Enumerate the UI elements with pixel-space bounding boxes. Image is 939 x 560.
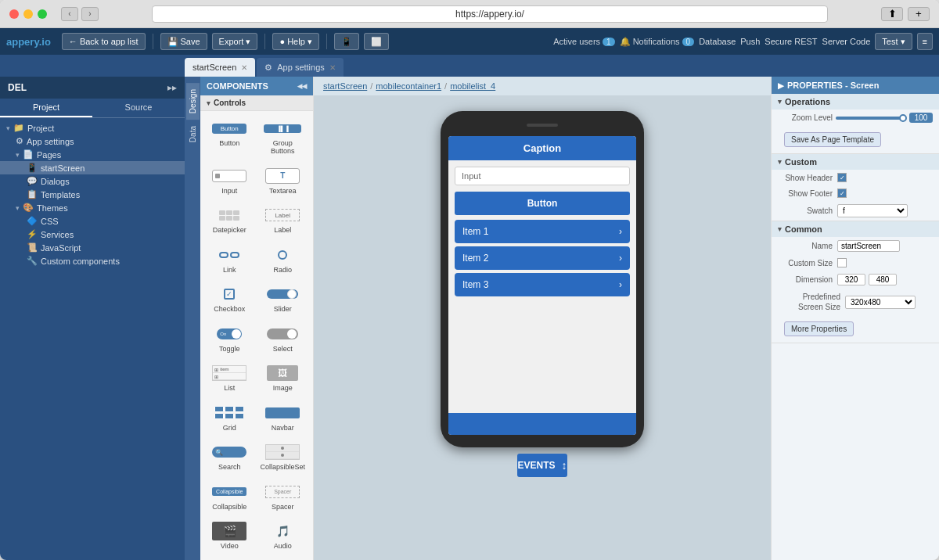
test-button[interactable]: Test ▾ — [875, 33, 912, 50]
tab-app-settings[interactable]: ⚙ App settings ✕ — [257, 58, 344, 77]
tree-arrow-themes: ▾ — [16, 204, 20, 212]
tablet-view-button[interactable]: ⬜ — [364, 33, 389, 50]
comp-video-visual: 🎬 — [210, 522, 248, 540]
image-icon: 🖼 — [278, 368, 287, 379]
sidebar-tab-source[interactable]: Source — [92, 99, 185, 117]
breadcrumb-container[interactable]: mobilecontainer1 — [376, 81, 441, 91]
comp-toggle-visual: On — [210, 325, 248, 343]
comp-grid-item[interactable]: Grid — [205, 400, 254, 437]
comp-checkbox-item[interactable]: ✓ Checkbox — [205, 282, 254, 318]
comp-collapsible-item[interactable]: Collapsible Collapsible — [205, 479, 254, 516]
dimension-height-input[interactable] — [869, 274, 897, 285]
phone-speaker — [527, 124, 558, 127]
close-button[interactable] — [9, 9, 19, 19]
events-bar[interactable]: EVENTS ↕ — [517, 454, 567, 477]
comp-radio-item[interactable]: Radio — [257, 242, 308, 279]
phone-button[interactable]: Button — [455, 192, 630, 215]
breadcrumb-start-screen[interactable]: startScreen — [323, 81, 367, 91]
url-bar[interactable]: https://appery.io/ — [152, 5, 828, 23]
predefined-screen-select[interactable]: 320x480 — [845, 296, 916, 309]
phone-list-item-3[interactable]: Item 3 › — [455, 273, 630, 296]
phone-list-item-1[interactable]: Item 1 › — [455, 220, 630, 243]
custom-size-checkbox[interactable] — [837, 258, 847, 267]
custom-label: Custom — [785, 157, 817, 167]
tree-item-services[interactable]: ⚡ Services — [0, 228, 185, 241]
common-section-header[interactable]: ▾ Common — [772, 221, 939, 237]
mobile-view-button[interactable]: 📱 — [334, 33, 359, 50]
design-tab[interactable]: Design — [186, 83, 200, 120]
tab-settings-close[interactable]: ✕ — [329, 63, 336, 72]
comp-spacer-item[interactable]: Spacer Spacer — [257, 479, 308, 516]
name-input[interactable] — [837, 240, 900, 252]
menu-button[interactable]: ≡ — [917, 33, 933, 50]
comp-group-buttons-item[interactable]: ▐▌▐ Group Buttons — [257, 116, 308, 160]
sidebar-title: DEL — [8, 82, 167, 93]
tab-start-close[interactable]: ✕ — [241, 63, 247, 72]
tree-item-javascript[interactable]: 📜 JavaScript — [0, 241, 185, 254]
sidebar-collapse-button[interactable]: ▸▸ — [167, 82, 177, 93]
comp-input-item[interactable]: Input — [205, 163, 254, 200]
show-header-checkbox[interactable]: ✓ — [837, 173, 847, 182]
comp-video-item[interactable]: 🎬 Video — [205, 519, 254, 555]
comp-audio-item[interactable]: 🎵 Audio — [257, 519, 308, 555]
custom-section-header[interactable]: ▾ Custom — [772, 154, 939, 170]
push-link[interactable]: Push — [740, 37, 760, 46]
save-as-template-button[interactable]: Save As Page Template — [784, 132, 881, 147]
dimension-width-input[interactable] — [837, 274, 865, 285]
more-properties-button[interactable]: More Properties — [784, 321, 854, 336]
comp-toggle-item[interactable]: On Toggle — [205, 321, 254, 358]
help-button[interactable]: ● Help ▾ — [272, 33, 318, 50]
controls-section-header[interactable]: ▾ Controls — [200, 95, 313, 111]
comp-datepicker-item[interactable]: Datepicker — [205, 203, 254, 239]
comp-slider-item[interactable]: Slider — [257, 282, 308, 318]
comp-search-item[interactable]: 🔍 Search — [205, 440, 254, 476]
database-link[interactable]: Database — [699, 37, 736, 46]
comp-collapsible-set-item[interactable]: CollapsibleSet — [257, 440, 308, 476]
tree-item-templates[interactable]: 📋 Templates — [0, 188, 185, 201]
predefined-label: Predefined Screen Size — [778, 292, 840, 312]
comp-image-item[interactable]: 🖼 Image — [257, 361, 308, 397]
components-collapse-button[interactable]: ◂◂ — [297, 81, 307, 92]
share-button[interactable]: ⬆ — [881, 7, 903, 21]
secure-rest-link[interactable]: Secure REST — [765, 37, 817, 46]
phone-list-item-2[interactable]: Item 2 › — [455, 246, 630, 270]
server-code-link[interactable]: Server Code — [822, 37, 871, 46]
breadcrumb-list[interactable]: mobilelist_4 — [450, 81, 495, 91]
tree-item-themes[interactable]: ▾ 🎨 Themes — [0, 201, 185, 214]
forward-nav-button[interactable]: › — [81, 7, 99, 21]
maximize-button[interactable] — [38, 9, 47, 19]
back-nav-button[interactable]: ‹ — [61, 7, 78, 21]
comp-list-item[interactable]: ⊞ item ⊞ List — [205, 361, 254, 397]
phone-input-field[interactable]: Input — [455, 167, 630, 185]
save-button[interactable]: 💾 Save — [160, 33, 207, 50]
list-row: ⊞ item — [213, 366, 246, 373]
show-footer-row: Show Footer ✓ — [772, 185, 939, 201]
comp-select-item[interactable]: Select — [257, 321, 308, 358]
comp-link-label: Link — [223, 266, 236, 274]
minimize-button[interactable] — [23, 9, 33, 19]
tab-start-screen[interactable]: startScreen ✕ — [185, 58, 255, 77]
swatch-select[interactable]: f — [837, 204, 908, 217]
comp-navbar-item[interactable]: Navbar — [257, 400, 308, 437]
comp-textarea-item[interactable]: T Textarea — [257, 163, 308, 200]
data-tab[interactable]: Data — [186, 120, 200, 149]
export-button[interactable]: Export ▾ — [212, 33, 258, 50]
tree-item-custom-components[interactable]: 🔧 Custom components — [0, 254, 185, 267]
tree-item-project[interactable]: ▾ 📁 Project — [0, 121, 185, 135]
zoom-slider[interactable] — [836, 117, 906, 120]
comp-spacer-preview: Spacer — [265, 486, 300, 498]
tree-item-start-screen[interactable]: 📱 startScreen — [0, 161, 185, 174]
operations-section-header[interactable]: ▾ Operations — [772, 94, 939, 109]
comp-label-item[interactable]: Label Label — [257, 203, 308, 239]
comp-link-item[interactable]: Link — [205, 242, 254, 279]
new-tab-button[interactable]: + — [908, 7, 930, 21]
tree-item-pages[interactable]: ▾ 📄 Pages — [0, 148, 185, 161]
comp-search-visual: 🔍 — [210, 443, 248, 461]
comp-button-item[interactable]: Button Button — [205, 116, 254, 160]
show-footer-checkbox[interactable]: ✓ — [837, 188, 847, 198]
tree-item-dialogs[interactable]: 💬 Dialogs — [0, 174, 185, 188]
tree-item-app-settings[interactable]: ⚙ App settings — [0, 135, 185, 148]
sidebar-tab-project[interactable]: Project — [0, 99, 92, 117]
tree-item-css[interactable]: 🔷 CSS — [0, 214, 185, 228]
back-to-list-button[interactable]: ← Back to app list — [62, 33, 146, 50]
